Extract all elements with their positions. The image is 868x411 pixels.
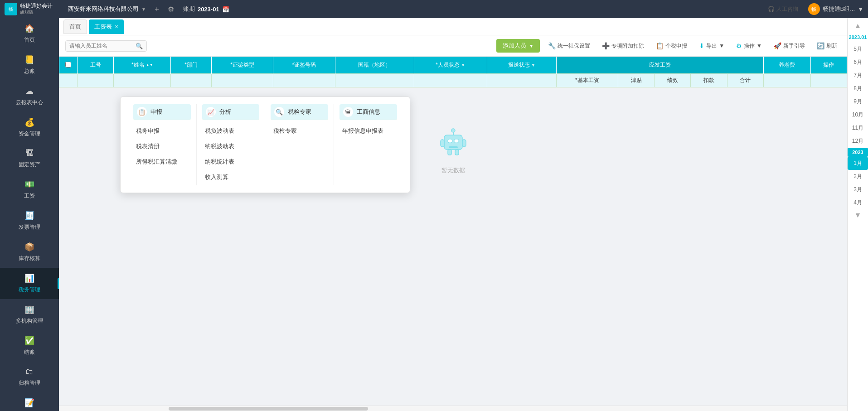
analysis-icon: 📈 [206,107,216,117]
th-cert-no-label: *证鉴号码 [292,62,316,68]
guide-button[interactable]: 🚀 新手引导 [770,40,809,52]
right-panel-month-2[interactable]: 2月 [848,170,868,183]
status-filter-icon[interactable]: ▼ [461,63,466,68]
sidebar-item-cloud[interactable]: ☁ 云报表中心 [0,81,59,112]
social-security-button[interactable]: 🔧 统一社保设置 [544,40,594,52]
menu-item-tax-stats[interactable]: 纳税统计表 [202,155,260,169]
sidebar-item-fixed[interactable]: 🏗 固定资产 [0,143,59,174]
add-person-button[interactable]: 添加人员 ▼ [496,39,540,53]
menu-item-tax-payment[interactable]: 纳税波动表 [202,139,260,154]
dropdown-col-header-expert: 🔍 税检专家 [271,104,328,120]
svg-rect-11 [455,150,459,155]
right-panel-month-10[interactable]: 10月 [848,108,868,121]
svg-point-7 [451,129,455,132]
report-status-filter-icon[interactable]: ▼ [531,63,536,68]
menu-item-income-tax-calc[interactable]: 所得税汇算清缴 [133,155,191,169]
logo-area: 畅 畅捷通好会计 旗舰版 [5,3,63,15]
sidebar-label-ledger: 总账 [24,68,35,75]
sidebar-item-multi[interactable]: 🏢 多机构管理 [0,299,59,330]
menu-item-tax-expert[interactable]: 税检专家 [271,124,328,138]
operations-button[interactable]: ⚙ 操作 ▼ [732,40,766,52]
menu-item-tax-declare[interactable]: 税务申报 [133,124,191,138]
th-report-status: 报送状态▼ [487,57,556,74]
sidebar-item-invoice[interactable]: 🧾 发票管理 [0,205,59,237]
dropdown-col-expert: 🔍 税检专家 税检专家 [265,104,334,185]
tab-home-label: 首页 [69,23,81,31]
special-deduct-button[interactable]: ➕ 专项附加扣除 [598,40,648,52]
empty-illustration [435,124,471,160]
user-dropdown-arrow: ▼ [858,6,863,13]
right-panel-month-7[interactable]: 7月 [848,69,868,82]
sidebar: 🏠 首页 📒 总账 ☁ 云报表中心 💰 资金管理 🏗 固定资产 💵 工资 🧾 发… [0,18,59,411]
menu-item-tax-schedule[interactable]: 税表清册 [133,139,191,154]
table-wrap: 工号 *姓名▲▼ *部门 *证鉴类型 *证鉴号码 国籍（地区） *人员状态▼ 报… [59,57,847,406]
dropdown-col-header-analysis: 📈 分析 [202,104,260,120]
th-base-salary-label: *基本工资 [575,77,599,83]
menu-item-annual-report[interactable]: 年报信息申报表 [339,124,398,138]
search-input[interactable] [69,43,133,49]
main-layout: 🏠 首页 📒 总账 ☁ 云报表中心 💰 资金管理 🏗 固定资产 💵 工资 🧾 发… [0,18,868,411]
svg-text:畅: 畅 [9,7,13,12]
svg-rect-4 [454,139,459,143]
salary-icon: 💵 [24,179,34,189]
right-panel-month-3[interactable]: 3月 [848,183,868,196]
th-checkbox[interactable] [59,57,78,74]
right-panel-month-6[interactable]: 6月 [848,56,868,69]
tab-salary-close[interactable]: × [115,24,118,30]
th-hometown: 国籍（地区） [335,57,414,74]
personal-tax-button[interactable]: 📋 个税申报 [652,40,691,52]
right-panel-month-8[interactable]: 8月 [848,82,868,95]
th-hometown-label: 国籍（地区） [358,62,391,68]
dropdown-col-header-business: 🏛 工商信息 [339,104,398,120]
calendar-icon[interactable]: 📅 [222,6,229,13]
add-company-button[interactable]: ＋ [151,4,162,15]
user-area[interactable]: 畅 畅捷通B组... ▼ [808,3,863,15]
app-title: 畅捷通好会计 [20,3,53,9]
right-panel-up-arrow[interactable]: ▲ [853,20,863,32]
sidebar-item-archive[interactable]: 🗂 归档管理 [0,362,59,392]
th-performance: 绩效 [655,74,691,87]
tab-salary-sheet[interactable]: 工资表 × [89,19,124,34]
ai-service-button[interactable]: 🎧 人工咨询 [764,4,802,15]
refresh-button[interactable]: 🔄 刷新 [813,40,841,52]
company-selector[interactable]: 西安虾米网络科技有限公司 ▼ [68,5,146,13]
sidebar-item-inventory[interactable]: 📦 库存核算 [0,237,59,268]
sidebar-label-archive: 归档管理 [19,379,40,387]
analysis-title: 分析 [219,108,231,116]
right-panel-month-5[interactable]: 5月 [848,43,868,56]
th-id-label: 工号 [90,62,101,68]
sidebar-item-ledger[interactable]: 📒 总账 [0,49,59,81]
menu-item-income-calc[interactable]: 收入测算 [202,170,260,184]
sidebar-item-salary[interactable]: 💵 工资 [0,174,59,205]
export-button[interactable]: ⬇ 导出 ▼ [695,40,728,52]
th-total-label: 合计 [740,77,751,83]
right-panel-month-9[interactable]: 9月 [848,95,868,108]
sidebar-item-tax[interactable]: 📊 税务管理 [0,268,59,299]
name-sort-arrows[interactable]: ▲▼ [146,63,153,67]
company-dropdown-arrow: ▼ [141,7,146,12]
tab-home[interactable]: 首页 [63,19,87,34]
sidebar-item-home[interactable]: 🏠 首页 [0,18,59,49]
svg-rect-8 [441,140,444,147]
top-right-area: 🎧 人工咨询 畅 畅捷通B组... ▼ [764,3,863,15]
cloud-icon: ☁ [25,86,34,96]
right-panel-month-4[interactable]: 4月 [848,196,868,209]
th-pension-label: 养老费 [779,62,795,68]
app-subtitle: 旗舰版 [20,9,53,15]
period-value: 2023-01 [198,6,219,13]
sidebar-item-fund[interactable]: 💰 资金管理 [0,112,59,143]
sidebar-item-settle[interactable]: ✅ 结账 [0,330,59,362]
business-icon: 🏛 [343,107,353,117]
right-panel-down-arrow[interactable]: ▼ [853,209,863,221]
sidebar-label-multi: 多机构管理 [16,317,43,325]
sidebar-item-report[interactable]: 📝 小畅报销 [0,392,59,411]
settings-button[interactable]: ⚙ [166,4,176,15]
bottom-scrollbar[interactable] [59,406,847,411]
right-panel-month-11[interactable]: 11月 [848,121,868,135]
dropdown-col-analysis: 📈 分析 税负波动表 纳税波动表 纳税统计表 收入测算 [197,104,266,185]
select-all-checkbox[interactable] [65,62,71,68]
header-actions: ＋ ⚙ [151,4,176,15]
right-panel-month-12[interactable]: 12月 [848,135,868,148]
right-panel-month-1[interactable]: 1月 [848,157,868,170]
menu-item-tax-burden[interactable]: 税负波动表 [202,124,260,138]
